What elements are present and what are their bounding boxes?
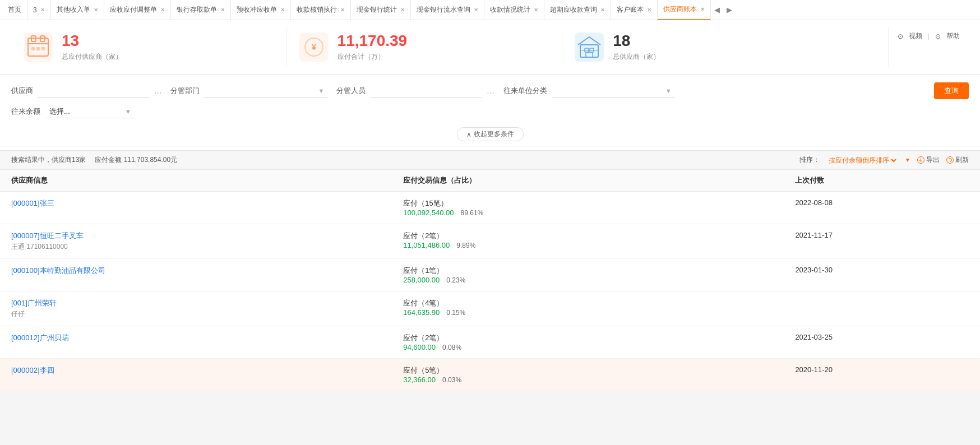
nav-tab-advance[interactable]: 预收冲应收单 ✕	[231, 0, 291, 20]
payable-suppliers-icon	[22, 31, 54, 63]
result-bar-left: 搜索结果中，供应商13家 应付金额 111,703,854.00元	[11, 155, 177, 165]
tx-percentage: 89.61%	[461, 209, 484, 217]
top-links: ⊙ 视频 | ⊙ 帮助	[889, 31, 969, 41]
col-header-tx: 应付交易信息（占比）	[392, 170, 784, 192]
dept-select[interactable]	[204, 84, 327, 98]
supplier-sub-info: 仔仔	[11, 309, 381, 319]
balance-select[interactable]: 选择...	[45, 105, 135, 118]
video-link[interactable]: 视频	[909, 31, 922, 41]
chevron-down-icon: ▼	[905, 157, 910, 163]
close-icon[interactable]: ✕	[647, 7, 651, 13]
svg-point-19	[947, 157, 954, 164]
export-button[interactable]: 导出	[917, 155, 940, 165]
tx-amount: 100,092,540.00	[403, 208, 454, 217]
tx-amount: 94,600.00	[403, 343, 436, 351]
nav-tab-overdue[interactable]: 超期应收款查询 ✕	[544, 0, 611, 20]
help-link[interactable]: 帮助	[946, 31, 960, 41]
nav-arrow-left[interactable]: ◀	[711, 0, 723, 20]
divider: |	[928, 33, 930, 40]
table-row: [000100]本特勤油品有限公司应付（1笔）258,000.000.23%20…	[0, 259, 980, 291]
tx-label: 应付（15笔）	[403, 198, 773, 208]
supplier-info-cell: [000012]广州贝瑞	[0, 326, 392, 359]
close-icon[interactable]: ✕	[220, 7, 225, 13]
nav-tab-receipt-stats[interactable]: 收款情况统计 ✕	[484, 0, 544, 20]
nav-tab-supplier[interactable]: 供应商账本 ✕	[658, 0, 711, 20]
svg-rect-7	[41, 47, 45, 50]
nav-arrow-right[interactable]: ▶	[723, 0, 736, 20]
svg-rect-5	[31, 47, 35, 50]
supplier-link[interactable]: [000007]恒旺二手叉车	[11, 231, 84, 240]
person-input[interactable]	[370, 84, 482, 98]
nav-tab-bank[interactable]: 银行存取款单 ✕	[171, 0, 231, 20]
supplier-info-cell: [000007]恒旺二手叉车王通 17106110000	[0, 224, 392, 259]
close-icon[interactable]: ✕	[160, 7, 165, 13]
main-content: 供应商信息 应付交易信息（占比） 上次付数 [000001]张三应付（15笔）1…	[0, 170, 980, 391]
supplier-link[interactable]: [000100]本特勤油品有限公司	[11, 266, 105, 275]
balance-label: 往来余额	[11, 106, 40, 117]
tx-label: 应付（2笔）	[403, 231, 773, 241]
total-suppliers-number: 18	[613, 33, 660, 50]
tx-info-cell: 应付（15笔）100,092,540.0089.61%	[392, 192, 784, 224]
supplier-dots[interactable]: ...	[154, 86, 161, 96]
tx-percentage: 0.23%	[446, 276, 465, 284]
top-navigation: 首页 3 ✕ 其他收入单 ✕ 应收应付调整单 ✕ 银行存取款单 ✕ 预收冲应收单…	[0, 0, 980, 20]
dept-label: 分管部门	[170, 86, 200, 96]
nav-tab-cash-stats[interactable]: 现金银行统计 ✕	[351, 0, 411, 20]
dept-field: 分管部门 ▼	[170, 84, 327, 98]
table-row: [000012]广州贝瑞应付（2笔）94,600.000.08%2021-03-…	[0, 326, 980, 359]
close-icon[interactable]: ✕	[280, 7, 285, 13]
person-field: 分管人员 ...	[336, 84, 494, 98]
tx-label: 应付（4笔）	[403, 298, 773, 308]
refresh-button[interactable]: 刷新	[946, 155, 969, 165]
close-icon[interactable]: ✕	[94, 7, 98, 13]
supplier-link[interactable]: [001]广州荣轩	[11, 299, 57, 307]
nav-tab-customer[interactable]: 客户账本 ✕	[611, 0, 658, 20]
svg-text:¥: ¥	[312, 43, 316, 52]
collapse-button[interactable]: ∧ 收起更多条件	[457, 127, 524, 141]
supplier-link[interactable]: [000002]李四	[11, 366, 54, 374]
nav-tab-3[interactable]: 3 ✕	[27, 0, 51, 20]
close-icon[interactable]: ✕	[534, 7, 538, 13]
supplier-input[interactable]	[38, 84, 150, 98]
close-icon[interactable]: ✕	[474, 7, 478, 13]
close-icon[interactable]: ✕	[700, 6, 705, 12]
nav-tab-other-income[interactable]: 其他收入单 ✕	[51, 0, 104, 20]
close-icon[interactable]: ✕	[340, 7, 345, 13]
stat-card-payable-suppliers: 13 总应付供应商（家）	[11, 27, 287, 67]
nav-tab-collection[interactable]: 收款核销执行 ✕	[291, 0, 351, 20]
last-pay-date-cell: 2021-11-17	[784, 224, 980, 259]
result-bar-right: 排序： 按应付余额倒序排序 ▼ 导出 刷新	[799, 155, 969, 165]
tx-label: 应付（5笔）	[403, 365, 773, 376]
tx-amount: 32,366.00	[403, 376, 436, 384]
collapse-bar: ∧ 收起更多条件	[11, 124, 969, 145]
nav-tab-adjustment[interactable]: 应收应付调整单 ✕	[104, 0, 171, 20]
query-button[interactable]: 查询	[934, 82, 969, 99]
tx-percentage: 0.08%	[442, 344, 461, 351]
supplier-label: 供应商	[11, 86, 33, 96]
tx-label: 应付（1笔）	[403, 266, 773, 276]
close-icon[interactable]: ✕	[400, 7, 405, 13]
stat-info-total: 11,170.39 应付合计（万）	[338, 33, 408, 62]
nav-tab-cash-flow[interactable]: 现金银行流水查询 ✕	[411, 0, 484, 20]
category-select[interactable]	[552, 84, 675, 98]
tx-info-cell: 应付（1笔）258,000.000.23%	[392, 259, 784, 291]
nav-tab-home[interactable]: 首页	[2, 0, 27, 20]
close-icon[interactable]: ✕	[40, 7, 45, 13]
close-icon[interactable]: ✕	[600, 7, 605, 13]
tx-percentage: 9.89%	[456, 242, 475, 249]
search-row-1: 供应商 ... 分管部门 ▼ 分管人员 ... 往来单位分类	[11, 82, 969, 99]
supplier-table: 供应商信息 应付交易信息（占比） 上次付数 [000001]张三应付（15笔）1…	[0, 170, 980, 391]
sort-select[interactable]: 按应付余额倒序排序	[826, 156, 898, 165]
person-dots[interactable]: ...	[487, 86, 494, 96]
supplier-link[interactable]: [000001]张三	[11, 199, 54, 207]
category-field: 往来单位分类 ▼	[503, 84, 675, 98]
last-pay-date-cell: 2020-11-20	[784, 359, 980, 391]
tx-label: 应付（2笔）	[403, 333, 773, 343]
supplier-link[interactable]: [000012]广州贝瑞	[11, 333, 69, 342]
table-row: [000001]张三应付（15笔）100,092,540.0089.61%202…	[0, 192, 980, 224]
stat-card-payable-total: ¥ 11,170.39 应付合计（万）	[287, 27, 563, 67]
video-icon: ⊙	[898, 33, 903, 40]
col-header-lastpay: 上次付数	[784, 170, 980, 192]
tx-info-cell: 应付（4笔）164,635.900.15%	[392, 291, 784, 326]
last-pay-date-cell: 2022-08-08	[784, 192, 980, 224]
